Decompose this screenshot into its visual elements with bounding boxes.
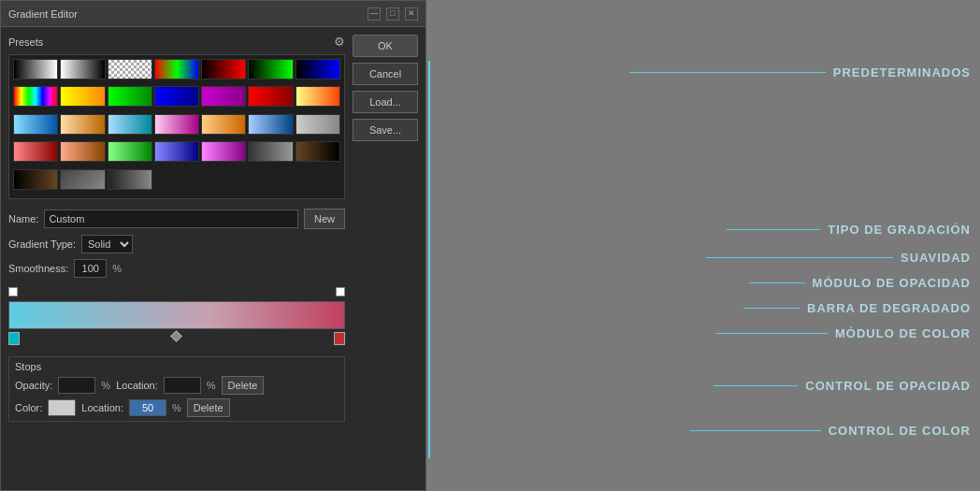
preset-item[interactable] — [154, 59, 199, 79]
preset-item[interactable] — [60, 169, 105, 190]
stops-section: Stops Opacity: % Location: % Delete Co — [8, 356, 345, 422]
annotation-suavidad: SUAVIDAD — [706, 251, 971, 265]
ann-text-color-ctrl: CONTROL DE COLOR — [829, 424, 971, 438]
gradient-type-label: Gradient Type: — [8, 238, 76, 250]
annotations-overlay: PREDETERMINADOS TIPO DE GRADACIÓN SUAVID… — [428, 0, 980, 491]
preset-item[interactable] — [108, 169, 152, 190]
save-button[interactable]: Save... — [353, 119, 418, 141]
preset-item[interactable] — [60, 86, 105, 107]
color-stop-midpoint[interactable] — [170, 330, 182, 342]
preset-item[interactable] — [13, 141, 58, 162]
location-label-2: Location: — [81, 402, 123, 413]
title-bar-controls: — □ ✕ — [368, 7, 418, 21]
load-button[interactable]: Load... — [353, 91, 418, 113]
preset-item[interactable] — [108, 86, 152, 107]
color-stop-controls-row: Color: Location: % Delete — [15, 398, 339, 417]
dialog-body: Presets ⚙ Name: New Gradient Type: Solid… — [1, 27, 425, 490]
preset-item[interactable] — [295, 59, 340, 79]
location-label-1: Location: — [116, 380, 158, 391]
preset-item[interactable] — [154, 86, 199, 107]
smoothness-pct: % — [112, 263, 122, 274]
ok-button[interactable]: OK — [353, 35, 418, 57]
ann-text-predeterminados: PREDETERMINADOS — [833, 65, 971, 79]
annotation-vertical-line — [428, 61, 430, 458]
minimize-button[interactable]: — — [368, 7, 381, 21]
stops-title: Stops — [15, 361, 339, 372]
gradient-bar[interactable] — [8, 301, 345, 329]
title-bar: Gradient Editor — □ ✕ — [1, 1, 425, 27]
location-pct-2: % — [172, 402, 181, 413]
gradient-type-select[interactable]: Solid Noise — [81, 235, 133, 253]
gear-icon[interactable]: ⚙ — [334, 35, 345, 49]
preset-item[interactable] — [13, 169, 58, 190]
annotation-color-ctrl: CONTROL DE COLOR — [690, 424, 971, 438]
delete-button-1[interactable]: Delete — [222, 376, 265, 395]
opacity-stops-row — [8, 287, 345, 300]
opacity-stop-right[interactable] — [336, 287, 345, 296]
preset-item[interactable] — [13, 114, 58, 135]
smoothness-input[interactable] — [74, 259, 107, 278]
new-button[interactable]: New — [304, 209, 345, 229]
ann-text-suavidad: SUAVIDAD — [901, 251, 971, 265]
ann-line-tipo — [727, 229, 820, 231]
preset-item[interactable] — [60, 114, 105, 135]
right-panel: OK Cancel Load... Save... — [353, 35, 418, 483]
ann-line-color-ctrl — [690, 430, 821, 432]
preset-item[interactable] — [201, 141, 246, 162]
cancel-button[interactable]: Cancel — [353, 63, 418, 85]
preset-item[interactable] — [108, 59, 152, 79]
ann-line-predeterminados — [629, 72, 826, 74]
opacity-label: Opacity: — [15, 380, 52, 391]
annotation-predeterminados: PREDETERMINADOS — [629, 65, 971, 79]
ann-text-tipo: TIPO DE GRADACIÓN — [828, 223, 971, 237]
preset-item[interactable] — [60, 59, 105, 79]
preset-item[interactable] — [248, 141, 293, 162]
preset-item[interactable] — [248, 59, 293, 79]
opacity-stop-row: Opacity: % Location: % Delete — [15, 376, 339, 395]
presets-section: Presets ⚙ — [8, 35, 345, 199]
preset-item[interactable] — [13, 59, 58, 79]
color-stops-row — [8, 330, 345, 345]
preset-item[interactable] — [108, 114, 152, 135]
color-stop-left[interactable] — [8, 332, 20, 345]
preset-item[interactable] — [154, 141, 199, 162]
opacity-input[interactable] — [58, 377, 95, 394]
gradient-type-row: Gradient Type: Solid Noise — [8, 235, 345, 253]
preset-item[interactable] — [248, 114, 293, 135]
color-label: Color: — [15, 402, 42, 413]
dialog-title: Gradient Editor — [8, 8, 78, 20]
annotation-color-mod: MÓDULO DE COLOR — [715, 326, 971, 340]
preset-item[interactable] — [295, 114, 340, 135]
location-input-1[interactable] — [164, 377, 201, 394]
color-swatch[interactable] — [48, 399, 76, 416]
ann-text-color-mod: MÓDULO DE COLOR — [835, 326, 971, 340]
ann-line-barra — [743, 308, 800, 310]
close-button[interactable]: ✕ — [405, 7, 418, 21]
ann-line-suavidad — [706, 257, 893, 259]
preset-item[interactable] — [108, 141, 152, 162]
location-input-2[interactable] — [129, 399, 166, 416]
preset-item[interactable] — [60, 141, 105, 162]
preset-item[interactable] — [201, 114, 246, 135]
delete-button-2[interactable]: Delete — [187, 398, 230, 417]
annotation-tipo: TIPO DE GRADACIÓN — [727, 223, 971, 237]
opacity-pct: % — [101, 380, 110, 391]
opacity-stop-left[interactable] — [8, 287, 18, 296]
preset-item[interactable] — [201, 86, 246, 107]
annotation-barra: BARRA DE DEGRADADO — [743, 301, 971, 315]
preset-item[interactable] — [295, 141, 340, 162]
location-pct-1: % — [207, 380, 216, 391]
name-row: Name: New — [8, 209, 345, 229]
presets-header: Presets ⚙ — [8, 35, 345, 49]
preset-item[interactable] — [13, 86, 58, 107]
preset-item[interactable] — [248, 86, 293, 107]
preset-item[interactable] — [295, 86, 340, 107]
restore-button[interactable]: □ — [386, 7, 399, 21]
color-stop-right[interactable] — [334, 332, 345, 345]
name-input[interactable] — [44, 209, 298, 228]
preset-item[interactable] — [201, 59, 246, 79]
smoothness-label: Smoothness: — [8, 263, 68, 274]
annotation-opacidad-mod: MÓDULO DE OPACIDAD — [749, 276, 971, 290]
ann-text-opacidad-ctrl: CONTROL DE OPACIDAD — [805, 379, 971, 393]
preset-item[interactable] — [154, 114, 199, 135]
